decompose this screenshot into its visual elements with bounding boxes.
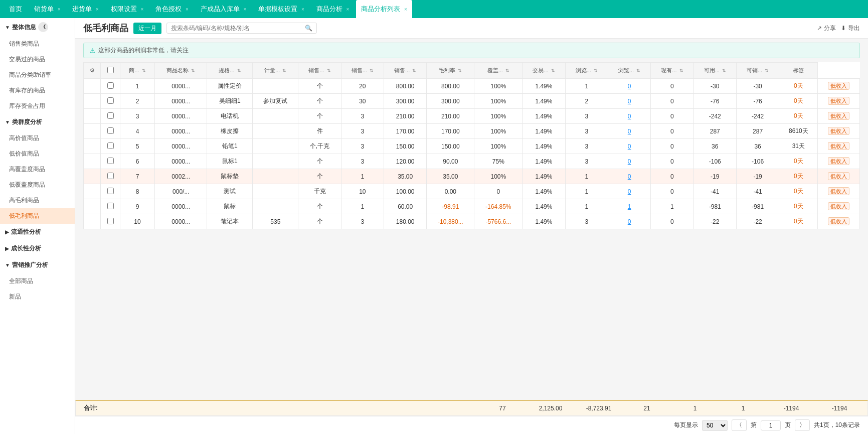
close-product-analysis-list-icon[interactable]: × (404, 7, 407, 12)
sidebar-item-low-value[interactable]: 低价值商品 (0, 146, 75, 162)
col-settings[interactable]: ⚙ (84, 63, 101, 79)
search-icon[interactable]: 🔍 (305, 25, 312, 32)
share-btn[interactable]: ↗ 分享 (817, 24, 836, 33)
col-unit[interactable]: 计量... ⇅ (253, 63, 298, 79)
sidebar-section-overall[interactable]: ▼ 整体信息 《 (0, 18, 75, 36)
col-sales-count[interactable]: 销售... ⇅ (298, 63, 341, 79)
cell-checkbox[interactable] (101, 94, 120, 109)
cell-trade-count: 3 (565, 109, 608, 124)
sidebar-section-group[interactable]: ▼ 类群度分析 (0, 114, 75, 130)
sidebar-item-traded-goods[interactable]: 交易过的商品 (0, 52, 75, 67)
row-checkbox[interactable] (107, 142, 114, 149)
sidebar-item-high-coverage[interactable]: 高覆盖度商品 (0, 162, 75, 177)
close-product-analysis-icon[interactable]: × (346, 7, 349, 12)
nav-purchase-order[interactable]: 进货单 × (67, 0, 103, 18)
page-size-select[interactable]: 50 100 (702, 420, 728, 431)
cell-checkbox[interactable] (101, 139, 120, 154)
tag-badge: 低收入 (828, 97, 849, 105)
sidebar-item-category-rate[interactable]: 商品分类助销率 (0, 67, 75, 83)
col-coverage[interactable]: 覆盖... ⇅ (474, 63, 523, 79)
sidebar-section-marketing[interactable]: ▼ 营销推广分析 (0, 257, 75, 273)
col-trade-count[interactable]: 交易... ⇅ (523, 63, 565, 79)
sidebar-item-stock-goods[interactable]: 有库存的商品 (0, 83, 75, 98)
row-checkbox[interactable] (107, 112, 114, 119)
cell-trade-count: 3 (565, 154, 608, 169)
col-saleable[interactable]: 可销... ⇅ (736, 63, 779, 79)
sidebar-item-all-goods[interactable]: 全部商品 (0, 273, 75, 289)
cell-checkbox[interactable] (101, 109, 120, 124)
col-name[interactable]: 商品名称 ⇅ (154, 63, 207, 79)
row-checkbox[interactable] (107, 158, 114, 164)
row-checkbox[interactable] (107, 97, 114, 104)
close-permission-icon[interactable]: × (141, 7, 144, 12)
sidebar-item-low-margin[interactable]: 低毛利商品 (0, 208, 75, 224)
nav-template-settings[interactable]: 单据模板设置 × (253, 0, 309, 18)
nav-product-analysis[interactable]: 商品分析 × (311, 0, 354, 18)
row-checkbox[interactable] (107, 188, 114, 194)
sidebar-item-new-goods[interactable]: 新品 (0, 289, 75, 305)
cell-view1[interactable]: 0 (608, 214, 650, 229)
cell-view1[interactable]: 0 (608, 169, 650, 184)
cell-view1[interactable]: 1 (608, 199, 650, 214)
row-checkbox[interactable] (107, 203, 114, 209)
sidebar-section-growth[interactable]: ▶ 成长性分析 (0, 240, 75, 257)
share-icon: ↗ (817, 25, 822, 32)
close-product-inbound-icon[interactable]: × (244, 7, 247, 12)
sidebar-item-low-coverage[interactable]: 低覆盖度商品 (0, 177, 75, 193)
sidebar-section-flow[interactable]: ▶ 流通性分析 (0, 224, 75, 240)
cell-view1[interactable]: 0 (608, 154, 650, 169)
col-available[interactable]: 可用... ⇅ (693, 63, 736, 79)
close-purchase-order-icon[interactable]: × (96, 7, 99, 12)
cell-checkbox[interactable] (101, 79, 120, 94)
cell-name: 电话机 (207, 109, 253, 124)
prev-page-btn[interactable]: 〈 (732, 419, 747, 431)
search-input[interactable] (171, 25, 305, 32)
cell-view1[interactable]: 0 (608, 124, 650, 139)
cell-view1[interactable]: 0 (608, 79, 650, 94)
filter-recent-month-btn[interactable]: 近一月 (133, 23, 161, 34)
sidebar-item-sales-goods[interactable]: 销售类商品 (0, 36, 75, 52)
cell-view1[interactable]: 0 (608, 94, 650, 109)
cell-checkbox[interactable] (101, 124, 120, 139)
col-checkbox[interactable] (101, 63, 120, 79)
col-gross-rate[interactable]: 毛利率 ⇅ (427, 63, 474, 79)
cell-checkbox[interactable] (101, 154, 120, 169)
col-spec[interactable]: 规格... ⇅ (207, 63, 253, 79)
sidebar-item-high-value[interactable]: 高价值商品 (0, 130, 75, 146)
col-view1[interactable]: 浏览... ⇅ (565, 63, 608, 79)
close-sales-order-icon[interactable]: × (58, 7, 61, 12)
col-sales-profit[interactable]: 销售... ⇅ (384, 63, 427, 79)
row-checkbox[interactable] (107, 127, 114, 134)
close-template-settings-icon[interactable]: × (301, 7, 304, 12)
export-btn[interactable]: ⬇ 导出 (841, 24, 860, 33)
nav-role-auth[interactable]: 角色授权 × (150, 0, 193, 18)
cell-checkbox[interactable] (101, 169, 120, 184)
row-checkbox[interactable] (107, 82, 114, 89)
next-page-btn[interactable]: 〉 (795, 419, 810, 431)
nav-product-analysis-list[interactable]: 商品分析列表 × (356, 0, 412, 18)
close-role-auth-icon[interactable]: × (186, 7, 189, 12)
nav-product-inbound[interactable]: 产成品入库单 × (196, 0, 251, 18)
col-sales-amount[interactable]: 销售... ⇅ (341, 63, 384, 79)
sidebar-item-high-margin[interactable]: 高毛利商品 (0, 193, 75, 208)
row-checkbox[interactable] (107, 173, 114, 179)
page-number-input[interactable] (761, 420, 781, 430)
cell-checkbox[interactable] (101, 199, 120, 214)
col-current-stock[interactable]: 现有... ⇅ (651, 63, 693, 79)
nav-home[interactable]: 首页 (4, 0, 27, 18)
col-code[interactable]: 商... ⇅ (120, 63, 155, 79)
cell-checkbox[interactable] (101, 184, 120, 199)
nav-sales-order[interactable]: 销货单 × (29, 0, 65, 18)
collapse-overall-btn[interactable]: 《 (38, 22, 48, 32)
sidebar-item-stock-capital[interactable]: 库存资金占用 (0, 98, 75, 114)
cell-checkbox[interactable] (101, 214, 120, 229)
cell-sales-count: 3 (341, 214, 384, 229)
cell-view1[interactable]: 0 (608, 109, 650, 124)
cell-view1[interactable]: 0 (608, 139, 650, 154)
row-checkbox[interactable] (107, 218, 114, 224)
col-view2[interactable]: 浏览... ⇅ (608, 63, 650, 79)
cell-sales-amount: 150.00 (384, 139, 427, 154)
nav-permission[interactable]: 权限设置 × (106, 0, 148, 18)
select-all-checkbox[interactable] (107, 67, 114, 73)
cell-view1[interactable]: 0 (608, 184, 650, 199)
